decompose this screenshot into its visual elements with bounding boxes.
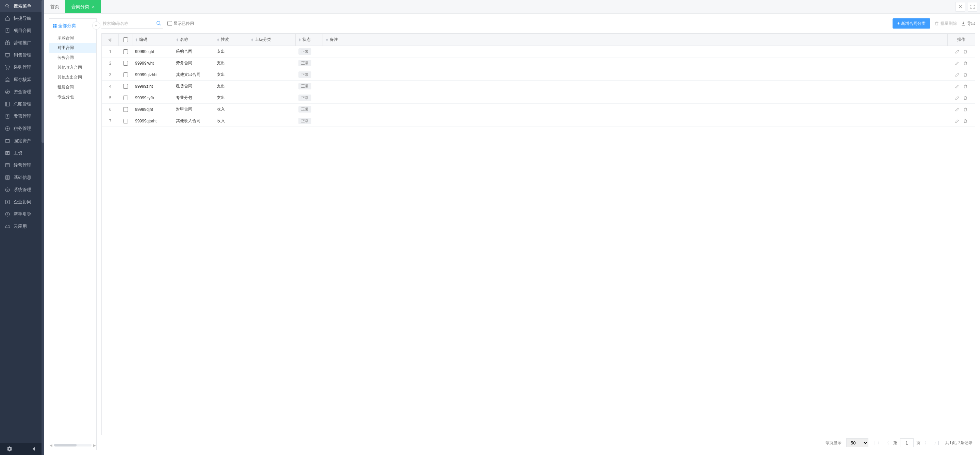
- per-page-select[interactable]: 50: [846, 438, 869, 447]
- sidebar-item-base[interactable]: 基础信息: [0, 171, 44, 184]
- tree-item[interactable]: 其他支出合同: [49, 73, 96, 82]
- pager-page-input[interactable]: [900, 438, 914, 447]
- table-panel: 显示已停用 +新增合同分类 批量删除 导出: [102, 18, 975, 450]
- svg-rect-3: [5, 53, 10, 56]
- sidebar-item-salary[interactable]: 工资: [0, 147, 44, 159]
- pager-prev[interactable]: 〈: [884, 439, 891, 447]
- settings-icon[interactable]: [7, 446, 12, 452]
- sidebar-item-guide[interactable]: 新手引导: [0, 208, 44, 220]
- delete-icon[interactable]: [963, 73, 968, 77]
- tree-all-categories[interactable]: 全部分类: [49, 21, 96, 30]
- sidebar-item-book[interactable]: 总账管理: [0, 98, 44, 110]
- sidebar-item-home[interactable]: 快捷导航: [0, 12, 44, 24]
- tree-item[interactable]: 对甲合同: [49, 43, 96, 53]
- sidebar-item-tax[interactable]: 税务管理: [0, 122, 44, 135]
- add-category-button[interactable]: +新增合同分类: [892, 18, 930, 29]
- th-select-all[interactable]: [119, 34, 132, 46]
- close-all-tabs-button[interactable]: ✕: [956, 2, 965, 11]
- file-icon: [5, 28, 10, 33]
- tree-item[interactable]: 租赁合同: [49, 82, 96, 92]
- sidebar-item-invoice[interactable]: 发票管理: [0, 110, 44, 122]
- search-input[interactable]: [102, 18, 163, 29]
- cell-status: 正常: [296, 71, 323, 78]
- sound-icon[interactable]: [32, 446, 37, 452]
- tab[interactable]: 合同分类×: [65, 0, 101, 13]
- edit-icon[interactable]: [955, 95, 959, 100]
- cell-nature: 支出: [214, 95, 248, 101]
- svg-rect-5: [6, 102, 10, 106]
- cell-checkbox[interactable]: [119, 84, 132, 89]
- sidebar-item-label: 营销推广: [14, 40, 31, 46]
- svg-point-15: [7, 201, 8, 203]
- sidebar-item-label: 采购管理: [14, 64, 31, 70]
- cell-checkbox[interactable]: [119, 107, 132, 112]
- sidebar-item-system[interactable]: 系统管理: [0, 184, 44, 196]
- sidebar-item-label: 销售管理: [14, 52, 31, 58]
- th-parent[interactable]: ▲▼上级分类: [248, 34, 296, 46]
- tree-h-scrollbar[interactable]: ◀ ▶: [49, 443, 96, 447]
- export-button[interactable]: 导出: [961, 21, 975, 27]
- table-row: 7 99999qtsrht 其他收入合同 收入 正常: [102, 115, 975, 127]
- edit-icon[interactable]: [955, 73, 959, 77]
- cell-checkbox[interactable]: [119, 95, 132, 100]
- delete-icon[interactable]: [963, 49, 968, 54]
- pager-first[interactable]: |〈: [873, 439, 881, 447]
- search-icon[interactable]: [156, 21, 161, 27]
- edit-icon[interactable]: [955, 107, 959, 112]
- tree-item[interactable]: 其他收入合同: [49, 63, 96, 73]
- tree-item[interactable]: 劳务合同: [49, 53, 96, 63]
- sidebar-item-money[interactable]: 资金管理: [0, 86, 44, 98]
- sidebar-item-label: 资金管理: [14, 89, 31, 95]
- th-nature[interactable]: ▲▼性质: [214, 34, 248, 46]
- edit-icon[interactable]: [955, 84, 959, 89]
- cell-checkbox[interactable]: [119, 61, 132, 66]
- edit-icon[interactable]: [955, 61, 959, 66]
- delete-icon[interactable]: [963, 119, 968, 124]
- sidebar-item-manage[interactable]: 经营管理: [0, 159, 44, 171]
- gift-icon: [5, 40, 10, 46]
- sidebar-item-tv[interactable]: 销售管理: [0, 49, 44, 61]
- tax-icon: [5, 126, 10, 131]
- th-settings[interactable]: [102, 34, 119, 46]
- edit-icon[interactable]: [955, 49, 959, 54]
- tab[interactable]: 首页: [44, 0, 65, 13]
- sidebar-item-asset[interactable]: 固定资产: [0, 135, 44, 147]
- pager-next[interactable]: 〉: [923, 439, 930, 447]
- sidebar-item-collab[interactable]: 企业协同: [0, 196, 44, 208]
- sidebar-item-bank[interactable]: 库存核算: [0, 73, 44, 86]
- tree-item[interactable]: 采购合同: [49, 33, 96, 43]
- sidebar-scrollbar[interactable]: [41, 0, 44, 455]
- th-remark[interactable]: ▲▼备注: [323, 34, 948, 46]
- delete-icon[interactable]: [963, 61, 968, 66]
- edit-icon[interactable]: [955, 119, 959, 124]
- cell-checkbox[interactable]: [119, 73, 132, 77]
- cell-code: 99999qtsrht: [132, 119, 173, 124]
- sidebar-item-cloud[interactable]: 云应用: [0, 220, 44, 233]
- sidebar-item-label: 项目合同: [14, 27, 31, 34]
- tab-label: 首页: [50, 4, 59, 10]
- pager-last[interactable]: 〉|: [933, 439, 940, 447]
- tv-icon: [5, 52, 10, 58]
- cell-checkbox[interactable]: [119, 49, 132, 54]
- cell-checkbox[interactable]: [119, 119, 132, 124]
- sidebar-item-file[interactable]: 项目合同: [0, 24, 44, 37]
- delete-icon[interactable]: [963, 84, 968, 89]
- tree-item[interactable]: 专业分包: [49, 92, 96, 102]
- tree-collapse-button[interactable]: [92, 21, 100, 30]
- sidebar-item-cart[interactable]: 采购管理: [0, 61, 44, 73]
- th-status[interactable]: ▲▼状态: [296, 34, 323, 46]
- cell-name: 其他支出合同: [173, 72, 214, 78]
- sidebar-item-search[interactable]: 搜索菜单: [0, 0, 44, 12]
- th-code[interactable]: ▲▼编码: [132, 34, 173, 46]
- show-disabled-checkbox[interactable]: 显示已停用: [167, 21, 194, 27]
- th-name[interactable]: ▲▼名称: [173, 34, 214, 46]
- tab-close-icon[interactable]: ×: [92, 4, 95, 10]
- sidebar-item-gift[interactable]: 营销推广: [0, 37, 44, 49]
- delete-icon[interactable]: [963, 95, 968, 100]
- batch-delete-button[interactable]: 批量删除: [934, 21, 957, 27]
- fullscreen-button[interactable]: [968, 2, 977, 11]
- cell-status: 正常: [296, 118, 323, 124]
- delete-icon[interactable]: [963, 107, 968, 112]
- cell-actions: [948, 49, 975, 54]
- table-row: 6 99999djht 对甲合同 收入 正常: [102, 104, 975, 115]
